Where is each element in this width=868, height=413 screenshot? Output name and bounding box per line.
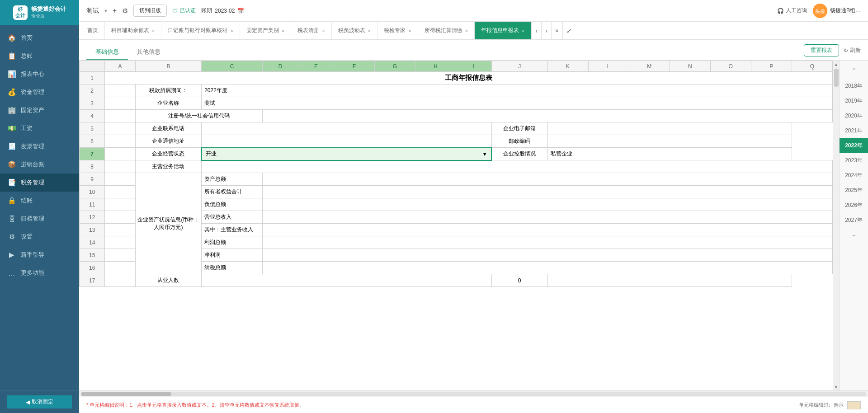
cell-9D[interactable]: [263, 173, 833, 186]
cell-17B[interactable]: 从业人数: [135, 274, 201, 287]
cell-3A[interactable]: [105, 97, 136, 110]
cell-17K[interactable]: [547, 274, 792, 287]
cell-6B[interactable]: 企业通信地址: [135, 135, 201, 148]
cell-4B[interactable]: 注册号/统一社会信用代码: [135, 110, 262, 122]
cell-17A[interactable]: [105, 274, 136, 287]
cell-13C[interactable]: 其中：主营业务收入: [202, 224, 263, 236]
tab-close-all[interactable]: ×: [551, 22, 562, 40]
year-item-2018[interactable]: 2018年: [840, 79, 868, 94]
cell-4D[interactable]: [263, 110, 833, 122]
switch-version-button[interactable]: 切到旧版: [133, 5, 167, 17]
cell-7J[interactable]: 企业控股情况: [491, 148, 547, 160]
cell-15D[interactable]: [263, 249, 833, 262]
cell-6A[interactable]: [105, 135, 136, 148]
cell-9B[interactable]: 企业资产状况信息(币种：人民币万元): [135, 173, 201, 274]
year-nav-down[interactable]: ⌄: [840, 228, 868, 240]
cell-8C[interactable]: [202, 160, 833, 173]
cell-4A[interactable]: [105, 110, 136, 122]
calendar-icon[interactable]: 📅: [237, 8, 244, 14]
tab-fullscreen[interactable]: ⤢: [562, 22, 576, 40]
spreadsheet-main[interactable]: A B C D E F G H I J: [79, 61, 833, 390]
cell-15A[interactable]: [105, 249, 136, 262]
help-button[interactable]: 🎧 人工咨询: [777, 7, 807, 14]
sidebar-item-invoice[interactable]: 🧾 发票管理: [0, 137, 79, 155]
cell-13A[interactable]: [105, 224, 136, 236]
cell-14D[interactable]: [263, 236, 833, 249]
tab-income-close[interactable]: ×: [465, 28, 468, 33]
refresh-button[interactable]: ↻ 刷新: [844, 44, 861, 56]
cell-17C[interactable]: [202, 274, 492, 287]
cell-9A[interactable]: [105, 173, 136, 186]
sheet-title-cell[interactable]: 工商年报信息表: [105, 72, 833, 84]
year-item-2023[interactable]: 2023年: [840, 153, 868, 168]
cell-7C-selected[interactable]: 开业 ▼: [202, 148, 492, 160]
sidebar-item-reports[interactable]: 📊 报表中心: [0, 65, 79, 83]
tab-taxreturn[interactable]: 税表清册 ×: [291, 22, 331, 40]
tab-journal-close[interactable]: ×: [230, 28, 233, 33]
tab-income[interactable]: 所得税汇算清缴 ×: [418, 22, 475, 40]
scroll-track[interactable]: [833, 68, 839, 383]
cell-8B[interactable]: 主营业务活动: [135, 160, 201, 173]
year-item-2020[interactable]: 2020年: [840, 108, 868, 123]
cell-5J[interactable]: 企业电子邮箱: [491, 122, 547, 135]
cell-6K[interactable]: [547, 135, 792, 148]
dropdown-arrow[interactable]: ▼: [482, 151, 487, 157]
cell-9C[interactable]: 资产总额: [202, 173, 263, 186]
year-item-2025[interactable]: 2025年: [840, 183, 868, 198]
cell-16A[interactable]: [105, 262, 136, 274]
cell-13D[interactable]: [263, 224, 833, 236]
tab-taxcheck[interactable]: 税检专家 ×: [377, 22, 418, 40]
cell-7K[interactable]: 私营企业: [547, 148, 792, 160]
sub-tab-other[interactable]: 其他信息: [128, 45, 170, 60]
tab-nav-next[interactable]: ›: [541, 22, 551, 40]
tab-aux[interactable]: 科目辅助余额表 ×: [105, 22, 161, 40]
sidebar-item-tax[interactable]: 📑 税务管理: [0, 174, 79, 192]
cell-10D[interactable]: [263, 186, 833, 198]
tab-taxcheck-close[interactable]: ×: [408, 28, 411, 33]
sidebar-item-more[interactable]: … 更多功能: [0, 264, 79, 282]
cell-14C[interactable]: 利润总额: [202, 236, 263, 249]
cell-12C[interactable]: 营业总收入: [202, 211, 263, 224]
sidebar-item-finance[interactable]: 💰 资金管理: [0, 83, 79, 101]
sidebar-item-archive[interactable]: 🗄 归档管理: [0, 210, 79, 228]
cell-6C[interactable]: [202, 135, 492, 148]
cell-5B[interactable]: 企业联系电话: [135, 122, 201, 135]
tab-taxwave[interactable]: 税负波动表 ×: [332, 22, 377, 40]
project-dropdown-icon[interactable]: ▾: [104, 8, 107, 14]
cell-17J[interactable]: 0: [491, 274, 547, 287]
cell-7A[interactable]: [105, 148, 136, 160]
tab-assets[interactable]: 固定资产类别 ×: [240, 22, 291, 40]
cell-8A[interactable]: [105, 160, 136, 173]
cell-2A[interactable]: [105, 84, 136, 97]
cell-2B[interactable]: 税款所属期间：: [135, 84, 201, 97]
year-nav-up[interactable]: ⌃: [849, 64, 859, 77]
cell-15C[interactable]: 净利润: [202, 249, 263, 262]
cell-3C[interactable]: 测试: [202, 97, 833, 110]
year-item-2026[interactable]: 2026年: [840, 198, 868, 213]
cell-14A[interactable]: [105, 236, 136, 249]
sidebar-item-close[interactable]: 🔒 结账: [0, 192, 79, 210]
tab-nav-prev[interactable]: ‹: [532, 22, 542, 40]
scroll-h-track[interactable]: [81, 392, 866, 396]
horizontal-scrollbar[interactable]: [79, 390, 868, 397]
topbar-settings-icon[interactable]: ⚙: [122, 7, 128, 15]
collapse-sidebar-button[interactable]: ◀ 取消固定: [7, 395, 72, 408]
tab-home[interactable]: 首页: [81, 22, 105, 40]
sidebar-item-ledger[interactable]: 📋 总账: [0, 47, 79, 65]
cell-7B[interactable]: 企业经营状态: [135, 148, 201, 160]
scroll-down-button[interactable]: ▼: [833, 383, 839, 390]
year-item-2019[interactable]: 2019年: [840, 94, 868, 108]
tab-assets-close[interactable]: ×: [282, 28, 284, 33]
cell-3B[interactable]: 企业名称: [135, 97, 201, 110]
year-item-2021[interactable]: 2021年: [840, 123, 868, 138]
add-tab-button[interactable]: +: [113, 7, 117, 15]
year-item-2024[interactable]: 2024年: [840, 168, 868, 183]
scroll-up-button[interactable]: ▲: [833, 61, 839, 68]
cell-11D[interactable]: [263, 198, 833, 211]
sub-tab-basic[interactable]: 基础信息: [86, 45, 128, 60]
year-item-2027[interactable]: 2027年: [840, 213, 868, 228]
cell-11C[interactable]: 负债总额: [202, 198, 263, 211]
cell-5A[interactable]: [105, 122, 136, 135]
cell-12A[interactable]: [105, 211, 136, 224]
cell-12D[interactable]: [263, 211, 833, 224]
